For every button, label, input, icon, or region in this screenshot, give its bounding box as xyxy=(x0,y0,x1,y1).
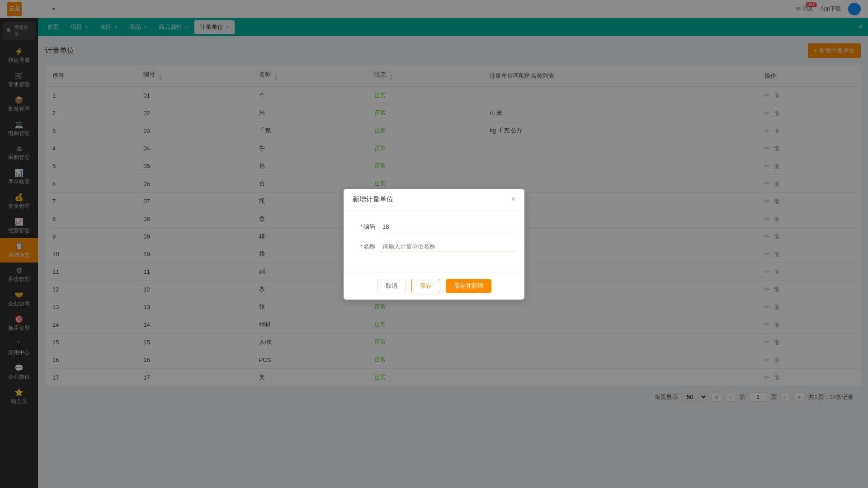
form-row-code: 编码 xyxy=(353,221,515,232)
cancel-button[interactable]: 取消 xyxy=(377,279,406,293)
name-label: 名称 xyxy=(353,243,380,251)
modal-close-btn[interactable]: × xyxy=(511,195,515,203)
modal-header: 新增计量单位 × xyxy=(344,189,524,211)
save-button[interactable]: 保存 xyxy=(411,279,440,293)
save-new-button[interactable]: 保存并新增 xyxy=(446,279,491,293)
name-input[interactable] xyxy=(380,241,515,252)
modal-body: 编码 名称 xyxy=(344,211,524,272)
code-label: 编码 xyxy=(353,223,380,231)
modal-title: 新增计量单位 xyxy=(353,195,393,204)
modal-footer: 取消 保存 保存并新增 xyxy=(344,272,524,300)
modal-overlay[interactable]: 新增计量单位 × 编码 名称 取消 保存 保存并新增 xyxy=(0,0,868,488)
form-row-name: 名称 xyxy=(353,241,515,252)
add-unit-modal: 新增计量单位 × 编码 名称 取消 保存 保存并新增 xyxy=(344,189,524,300)
code-input[interactable] xyxy=(380,221,515,232)
